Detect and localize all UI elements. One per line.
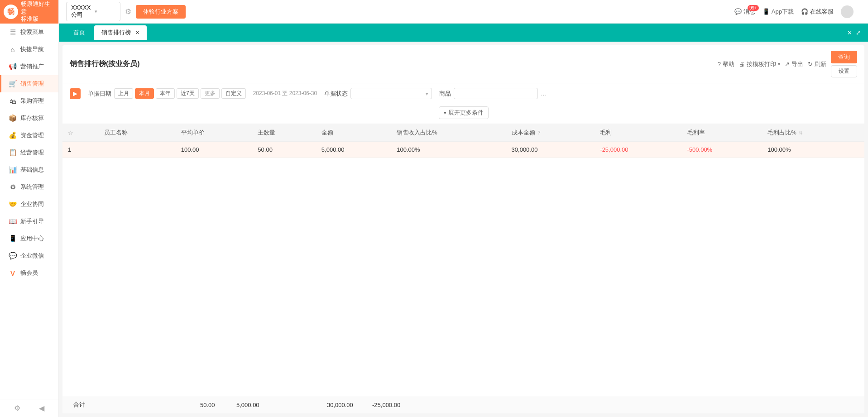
sidebar-item-operations[interactable]: 📋 经营管理 xyxy=(0,144,58,161)
online-service-btn[interactable]: 🎧 在线客服 xyxy=(801,8,834,16)
query-button[interactable]: 查询 xyxy=(831,51,857,63)
tab-home[interactable]: 首页 xyxy=(66,25,92,40)
trial-button[interactable]: 体验行业方案 xyxy=(136,5,186,19)
help-link[interactable]: ? 帮助 xyxy=(718,60,734,68)
page-title: 销售排行榜(按业务员) xyxy=(70,59,718,69)
sidebar-item-sales-mgmt[interactable]: 🛒 销售管理 xyxy=(0,75,58,92)
cell-sales-pct: 100.00% xyxy=(391,142,506,158)
sidebar-item-enterprise-collab[interactable]: 🤝 企业协同 xyxy=(0,196,58,213)
th-rank[interactable]: ☆ xyxy=(62,124,99,142)
app-download-btn[interactable]: 📱 App下载 xyxy=(762,8,794,16)
goods-more-icon[interactable]: … xyxy=(541,91,546,97)
last-7days-btn[interactable]: 近7天 xyxy=(177,88,199,99)
expand-conditions-btn[interactable]: ▾ 展开更多条件 xyxy=(439,106,489,119)
custom-btn[interactable]: 自定义 xyxy=(221,88,246,99)
footer-cost: 30,000.00 xyxy=(321,402,367,408)
print-icon: 🖨 xyxy=(739,61,745,67)
sidebar-item-vip[interactable]: V 畅会员 xyxy=(0,264,58,282)
footer-qty: 50.00 xyxy=(195,402,231,408)
goods-label: 商品 xyxy=(439,90,451,98)
message-icon: 💬 xyxy=(734,8,742,15)
tab-bar-right: ✕ ⤢ xyxy=(847,29,861,36)
operations-icon: 📋 xyxy=(9,149,17,157)
headset-icon: 🎧 xyxy=(801,8,808,15)
th-gross-pct: 毛利占比% ⇅ xyxy=(762,124,864,142)
cost-help-icon[interactable]: ? xyxy=(537,130,540,135)
quick-nav-icon: ⌂ xyxy=(9,46,17,53)
cell-rank: 1 xyxy=(62,142,99,158)
more-btn[interactable]: 更多 xyxy=(201,88,220,99)
message-badge: 99+ xyxy=(748,5,759,11)
content-area: 销售排行榜(按业务员) ? 帮助 🖨 按模板打印 ▾ ↗ 导出 xyxy=(59,42,868,417)
goods-input[interactable] xyxy=(454,88,538,99)
settings-button[interactable]: 设置 xyxy=(831,65,857,77)
sidebar-settings-icon[interactable]: ⚙ xyxy=(14,404,20,412)
close-window-icon[interactable]: ✕ xyxy=(847,29,852,36)
company-selector[interactable]: XXXXX公司 ▾ xyxy=(66,2,120,21)
sidebar-item-inventory[interactable]: 📦 库存核算 xyxy=(0,110,58,127)
cell-avg-price: 100.00 xyxy=(176,142,253,158)
sidebar-item-finance[interactable]: 💰 资金管理 xyxy=(0,127,58,144)
refresh-icon: ↻ xyxy=(808,61,813,67)
th-gross-rate: 毛利率 xyxy=(682,124,762,142)
tab-sales-ranking[interactable]: 销售排行榜 ✕ xyxy=(94,25,147,40)
status-select-wrapper xyxy=(350,88,432,99)
sidebar-item-app-center[interactable]: 📱 应用中心 xyxy=(0,230,58,247)
query-settings-area: 查询 设置 xyxy=(831,51,857,77)
refresh-btn[interactable]: ↻ 刷新 xyxy=(808,60,826,68)
avatar[interactable] xyxy=(841,5,854,18)
maximize-icon[interactable]: ⤢ xyxy=(856,29,861,36)
sidebar-item-beginner-guide[interactable]: 📖 新手引导 xyxy=(0,213,58,230)
sidebar-item-marketing[interactable]: 📢 营销推广 xyxy=(0,58,58,75)
sidebar-item-enterprise-wechat[interactable]: 💬 企业微信 xyxy=(0,247,58,264)
sidebar-collapse-icon[interactable]: ◀ xyxy=(39,404,44,412)
top-header: XXXXX公司 ▾ ⚙ 体验行业方案 💬 消息 99+ 📱 App下载 🎧 在线… xyxy=(59,0,868,24)
logo-area: 畅 畅康通好生意 标准版 xyxy=(0,0,58,24)
print-dropdown-btn[interactable]: 🖨 按模板打印 ▾ xyxy=(739,60,780,68)
chevron-down-icon: ▾ xyxy=(444,110,446,116)
footer-label: 合计 xyxy=(68,401,158,409)
gross-pct-sort-icon[interactable]: ⇅ xyxy=(799,130,802,135)
app-center-icon: 📱 xyxy=(9,235,17,243)
chevron-down-icon: ▾ xyxy=(95,9,115,14)
beginner-guide-icon: 📖 xyxy=(9,217,17,225)
footer-amount: 5,000.00 xyxy=(231,402,276,408)
cell-gross: -25,000.00 xyxy=(595,142,681,158)
status-select[interactable] xyxy=(350,88,432,99)
sidebar-item-system-mgmt[interactable]: ⚙ 系统管理 xyxy=(0,178,58,196)
print-chevron-icon: ▾ xyxy=(778,62,780,67)
sidebar-item-purchase-mgmt[interactable]: 🛍 采购管理 xyxy=(0,92,58,110)
help-icon: ? xyxy=(718,61,721,67)
tab-close-icon[interactable]: ✕ xyxy=(135,30,139,36)
marketing-icon: 📢 xyxy=(9,62,17,71)
sidebar-footer: ⚙ ◀ xyxy=(0,399,58,417)
filter-row: ▶ 单据日期 上月 本月 本年 近7天 更多 自定义 2023-06-01 至 … xyxy=(70,88,857,99)
message-btn[interactable]: 💬 消息 99+ xyxy=(734,8,755,16)
page-actions: ? 帮助 🖨 按模板打印 ▾ ↗ 导出 ↻ 刷新 xyxy=(718,51,857,77)
cur-year-btn[interactable]: 本年 xyxy=(156,88,175,99)
date-label: 单据日期 xyxy=(88,90,111,98)
search-order-icon: ☰ xyxy=(9,28,17,36)
prev-month-btn[interactable]: 上月 xyxy=(114,88,133,99)
sidebar: 畅 畅康通好生意 标准版 ☰ 搜索菜单 ⌂ 快捷导航 📢 营销推广 🛒 销售管理… xyxy=(0,0,59,417)
date-range-display: 2023-06-01 至 2023-06-30 xyxy=(253,90,317,97)
filter-toggle-arrow[interactable]: ▶ xyxy=(70,88,81,99)
goods-filter: 商品 … xyxy=(439,88,546,99)
settings-gear-icon[interactable]: ⚙ xyxy=(125,7,131,16)
cell-qty: 50.00 xyxy=(252,142,316,158)
table-row: 1 100.00 50.00 5,000.00 100.00% 30,000.0… xyxy=(62,142,864,158)
th-sales-pct: 销售收入占比% xyxy=(391,124,506,142)
logo-icon: 畅 xyxy=(4,5,18,19)
cur-month-btn[interactable]: 本月 xyxy=(135,88,154,99)
export-btn[interactable]: ↗ 导出 xyxy=(785,60,803,68)
sidebar-item-search-order[interactable]: ☰ 搜索菜单 xyxy=(0,24,58,41)
th-qty: 主数量 xyxy=(252,124,316,142)
system-mgmt-icon: ⚙ xyxy=(9,183,17,191)
th-cost: 成本全额 ? xyxy=(506,124,595,142)
export-icon: ↗ xyxy=(785,61,790,67)
vip-icon: V xyxy=(9,269,17,277)
cell-gross-pct: 100.00% xyxy=(762,142,864,158)
sidebar-item-basic-info[interactable]: 📊 基础信息 xyxy=(0,161,58,178)
footer-row: 合计 50.00 5,000.00 30,000.00 -25,000.00 xyxy=(68,401,859,409)
sidebar-item-quick-nav[interactable]: ⌂ 快捷导航 xyxy=(0,41,58,58)
